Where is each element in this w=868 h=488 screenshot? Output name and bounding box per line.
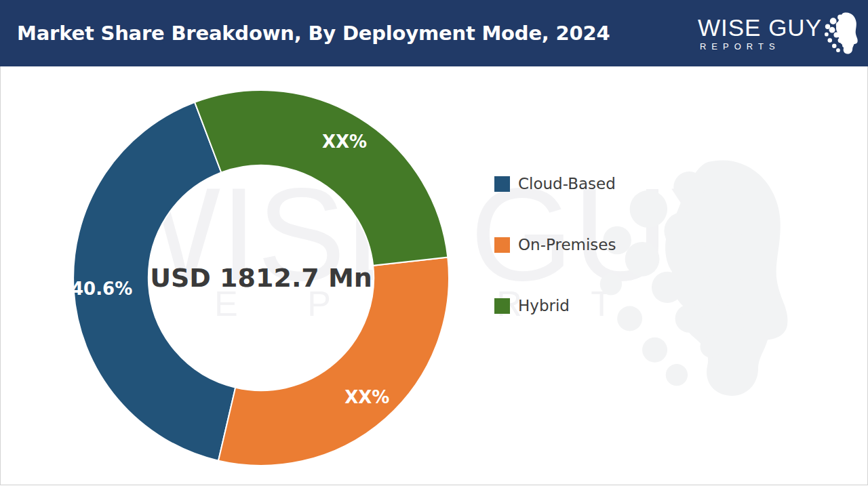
legend-swatch-cloud-based — [494, 176, 510, 192]
legend-item-on-premises: On-Premises — [494, 236, 616, 253]
header-bar: Market Share Breakdown, By Deployment Mo… — [0, 0, 868, 66]
chart-legend: Cloud-BasedOn-PremisesHybrid — [494, 175, 616, 358]
segment-label-hybrid: XX% — [322, 131, 367, 152]
legend-swatch-hybrid — [494, 298, 510, 314]
page-title: Market Share Breakdown, By Deployment Mo… — [17, 22, 610, 45]
watermark-head-icon — [592, 146, 793, 409]
logo-subtitle: REPORTS — [698, 41, 781, 52]
wiseguy-head-icon — [823, 7, 859, 60]
legend-item-cloud-based: Cloud-Based — [494, 175, 616, 192]
legend-label-hybrid: Hybrid — [518, 297, 570, 314]
donut-segment-hybrid — [195, 90, 448, 266]
logo-wordmark: WISE GUY — [698, 16, 822, 40]
chart-canvas: WISE GUY R E P O R T S 40.6%XX%XX% USD 1… — [0, 66, 868, 485]
legend-label-cloud-based: Cloud-Based — [518, 175, 616, 192]
wiseguy-logo: WISE GUY REPORTS — [698, 7, 859, 60]
legend-label-on-premises: On-Premises — [518, 236, 616, 253]
chart-center-value: USD 1812.7 Mn — [92, 262, 431, 293]
legend-item-hybrid: Hybrid — [494, 297, 616, 314]
legend-swatch-on-premises — [494, 237, 510, 253]
segment-label-on-premises: XX% — [344, 387, 389, 407]
